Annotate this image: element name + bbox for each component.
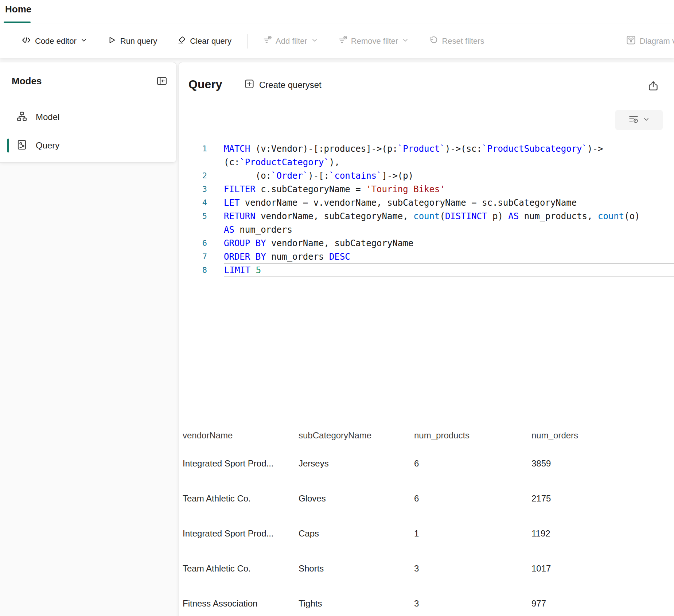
code-token: (c: [224,157,239,167]
code-editor-button[interactable]: Code editor [15,31,93,52]
code-editor[interactable]: 1MATCH (v:Vendor)-[:produces]->(p:`Produ… [179,142,674,277]
play-icon [107,35,117,47]
code-token: `ProductSubcategory` [482,144,587,154]
code-token: num_orders [234,225,292,235]
code-line[interactable]: 4LET vendorName = v.vendorName, subCateg… [179,196,674,209]
code-text[interactable]: FILTER c.subCategoryName = 'Touring Bike… [224,182,674,196]
indent-guide [235,170,235,181]
query-workspace: Query Create queryset 1MATCH (v:Vendor)-… [179,62,674,616]
code-line[interactable]: 2 (o:`Order`)-[:`contains`]->(p) [179,169,674,182]
clear-query-button[interactable]: Clear query [171,31,237,51]
add-filter-label: Add filter [276,36,307,46]
code-token: 5 [256,265,261,275]
create-queryset-label: Create queryset [259,80,322,90]
code-token: ( [440,211,445,221]
line-number: 3 [179,185,224,194]
code-text[interactable]: ORDER BY num_orders DESC [224,250,674,263]
code-text[interactable]: LET vendorName = v.vendorName, subCatego… [224,196,674,209]
ribbon-toolbar: Code editor Run query Clear query [0,24,674,58]
column-header: num_orders [531,430,674,441]
code-text[interactable]: AS num_orders [224,223,674,236]
code-token: DESC [329,252,350,262]
chevron-down-icon [643,116,650,124]
table-row[interactable]: Integrated Sport Prod...Caps11192 [183,516,674,551]
sidebar-item-model[interactable]: Model [0,106,173,128]
table-row[interactable]: Team Athletic Co.Gloves62175 [183,481,674,516]
table-row[interactable]: Team Athletic Co.Shorts31017 [183,551,674,586]
add-filter-button[interactable]: Add filter [257,31,324,51]
line-number: 1 [179,144,224,153]
code-token: FILTER [224,184,256,194]
table-cell: 1017 [531,563,674,574]
code-line[interactable]: 6GROUP BY vendorName, subCategoryName [179,236,674,250]
code-token: )->(sc: [445,144,482,154]
code-token: GROUP BY [224,238,266,248]
diagram-view-button[interactable]: Diagram view [620,31,674,52]
create-queryset-button[interactable]: Create queryset [244,78,322,92]
table-cell: Team Athletic Co. [183,563,299,574]
code-token: c.subCategoryName = [256,184,366,194]
code-token: vendorName = v.vendorName, subCategoryNa… [239,198,577,208]
code-token: `ProductCategory` [239,157,329,167]
sidebar-item-label: Query [36,140,59,151]
model-icon [0,111,28,124]
code-text[interactable]: (o:`Order`)-[:`contains`]->(p) [224,169,674,182]
run-query-button[interactable]: Run query [101,31,163,51]
table-cell: 3 [414,563,531,574]
code-line[interactable]: 7ORDER BY num_orders DESC [179,250,674,263]
code-text[interactable]: (c:`ProductCategory`), [224,155,674,169]
chevron-down-icon [80,36,87,46]
query-icon [0,139,28,152]
code-text[interactable]: RETURN vendorName, subCategoryName, coun… [224,209,674,223]
chevron-down-icon [402,36,409,46]
code-token: (v:Vendor)-[:produces]->(p: [250,144,398,154]
code-line[interactable]: 8LIMIT 5 [179,263,674,277]
table-cell: 3859 [531,458,674,469]
remove-filter-button[interactable]: Remove filter [332,31,415,51]
code-token: ]->(p) [382,171,414,181]
code-line[interactable]: AS num_orders [179,223,674,236]
reset-icon [429,35,438,47]
code-icon [21,35,31,47]
code-token: ORDER BY [224,252,266,262]
results-table: vendorNamesubCategoryNamenum_productsnum… [179,425,674,616]
code-text[interactable]: MATCH (v:Vendor)-[:produces]->(p:`Produc… [224,142,674,155]
code-token: LIMIT [224,265,250,275]
tab-home[interactable]: Home [5,4,31,15]
filter-settings-button[interactable] [615,110,663,130]
table-cell: 2175 [531,493,674,504]
table-header-row: vendorNamesubCategoryNamenum_productsnum… [183,425,674,446]
code-token: MATCH [224,144,250,154]
code-token: 'Touring Bikes' [366,184,445,194]
code-line[interactable]: 5RETURN vendorName, subCategoryName, cou… [179,209,674,223]
code-token [250,265,256,275]
reset-filters-button[interactable]: Reset filters [423,31,490,51]
code-line[interactable]: 3FILTER c.subCategoryName = 'Touring Bik… [179,182,674,196]
code-editor-label: Code editor [35,36,77,46]
table-cell: Gloves [299,493,414,504]
table-cell: 1192 [531,528,674,539]
code-text[interactable]: LIMIT 5 [224,263,674,277]
table-row[interactable]: Integrated Sport Prod...Jerseys63859 [183,446,674,481]
collapse-pane-icon[interactable] [156,75,168,87]
code-token: num_orders [266,252,329,262]
sidebar-item-query[interactable]: Query [0,135,173,156]
code-token: )-> [587,144,603,154]
pop-out-icon[interactable] [646,79,660,93]
line-number: 5 [179,212,224,221]
top-tab-bar: Home [0,0,674,24]
table-cell: Tights [299,598,414,609]
clear-query-label: Clear query [190,36,231,46]
column-header: vendorName [183,430,299,441]
sidebar-item-label: Model [36,112,59,122]
table-cell: Team Athletic Co. [183,493,299,504]
table-row[interactable]: Fitness AssociationTights3977 [183,586,674,616]
line-number: 4 [179,198,224,207]
code-token: count [413,211,440,221]
code-line[interactable]: (c:`ProductCategory`), [179,155,674,169]
code-text[interactable]: GROUP BY vendorName, subCategoryName [224,236,674,250]
code-token: `Order` [271,171,308,181]
code-token: RETURN [224,211,256,221]
code-line[interactable]: 1MATCH (v:Vendor)-[:produces]->(p:`Produ… [179,142,674,155]
code-token: LET [224,198,239,208]
